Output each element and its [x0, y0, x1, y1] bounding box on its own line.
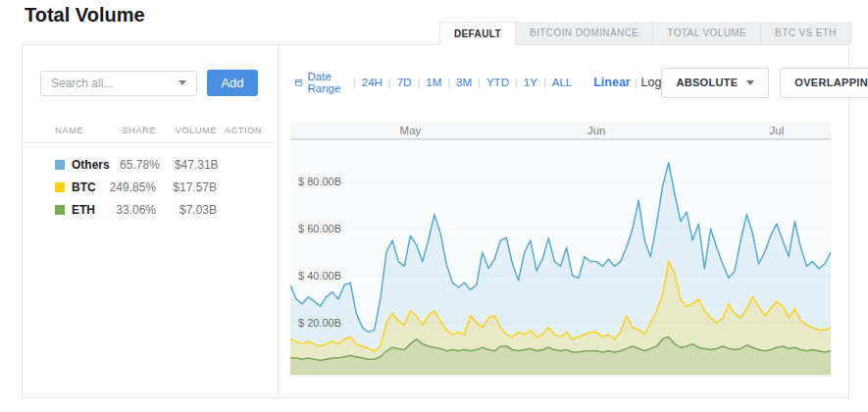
tab-bitcoin-dominance[interactable]: BITCOIN DOMINANCE — [516, 22, 653, 44]
coin-name: BTC — [72, 180, 104, 194]
tab-default[interactable]: DEFAULT — [439, 22, 516, 45]
view-tabs: DEFAULTBITCOIN DOMINANCETOTAL VOLUMEBTC … — [439, 22, 851, 44]
range-link-7d[interactable]: 7D — [395, 77, 414, 88]
search-row: Search all... Add — [40, 70, 258, 96]
svg-text:May: May — [400, 125, 422, 136]
range-link-24h[interactable]: 24H — [360, 77, 384, 88]
range-separator: | — [443, 77, 454, 88]
range-links: |24H|7D|1M|3M|YTD|1Y|ALL — [349, 77, 574, 88]
header-action: ACTION — [217, 125, 262, 135]
tab-btc-vs-eth[interactable]: BTC VS ETH — [761, 22, 851, 44]
table-row-eth: ETH33.06%$7.03B — [23, 198, 278, 221]
legend-panel: Search all... Add NAME SHARE VOLUME ACTI… — [23, 45, 279, 397]
coin-table-rows: Others65.78%$47.31BBTC249.85%$17.57BETH3… — [23, 153, 278, 221]
range-link-3m[interactable]: 3M — [454, 77, 474, 88]
header-volume: VOLUME — [156, 125, 217, 135]
volume-chart[interactable]: $ 20.00B$ 40.00B$ 60.00B$ 80.00BMayJunJu… — [290, 122, 831, 377]
scale-linear-link[interactable]: Linear — [593, 76, 631, 89]
page: Total Volume DEFAULTBITCOIN DOMINANCETOT… — [0, 0, 868, 412]
date-range-label: Date Range — [308, 71, 345, 94]
scale-log-link[interactable]: Log — [641, 76, 662, 89]
page-title: Total Volume — [25, 4, 145, 26]
header-share: SHARE — [97, 125, 156, 135]
coin-volume: $17.57B — [156, 180, 217, 194]
series-color-swatch — [55, 205, 65, 215]
coin-share: 249.85% — [104, 180, 156, 194]
svg-text:$ 60.00B: $ 60.00B — [298, 223, 341, 234]
table-header: NAME SHARE VOLUME ACTION — [23, 117, 278, 143]
mode-dropdown-label: ABSOLUTE — [676, 77, 738, 88]
range-link-ytd[interactable]: YTD — [485, 77, 511, 88]
range-separator: | — [384, 77, 395, 88]
coin-volume: $7.03B — [156, 203, 217, 217]
chevron-down-icon — [746, 80, 754, 85]
table-row-btc: BTC249.85%$17.57B — [23, 176, 278, 198]
search-placeholder: Search all... — [51, 77, 179, 90]
svg-text:Jun: Jun — [587, 125, 606, 136]
calendar-icon — [295, 77, 303, 88]
header-name: NAME — [55, 125, 97, 135]
range-separator: | — [539, 77, 550, 88]
coin-name: ETH — [72, 203, 104, 217]
svg-text:$ 40.00B: $ 40.00B — [298, 270, 341, 282]
chart-panel: Date Range |24H|7D|1M|3M|YTD|1Y|ALL Line… — [279, 45, 848, 397]
scale-separator: | — [631, 77, 641, 88]
coin-volume: $47.31B — [160, 158, 219, 172]
layout-dropdown-label: OVERLAPPING — [794, 77, 868, 88]
range-separator: | — [349, 77, 360, 88]
series-color-swatch — [55, 182, 65, 192]
table-row-others: Others65.78%$47.31B — [23, 153, 278, 176]
series-color-swatch — [55, 160, 65, 170]
add-button[interactable]: Add — [207, 70, 258, 96]
coin-share: 65.78% — [110, 158, 160, 172]
chart-controls: Date Range |24H|7D|1M|3M|YTD|1Y|ALL Line… — [295, 67, 835, 98]
range-link-1y[interactable]: 1Y — [522, 77, 539, 88]
mode-dropdown[interactable]: ABSOLUTE — [661, 68, 769, 98]
range-separator: | — [474, 77, 485, 88]
volume-card: Search all... Add NAME SHARE VOLUME ACTI… — [22, 44, 849, 398]
range-link-1m[interactable]: 1M — [424, 77, 443, 88]
range-separator: | — [413, 77, 424, 88]
layout-dropdown[interactable]: OVERLAPPING — [780, 68, 868, 98]
coin-share: 33.06% — [104, 203, 156, 217]
coin-name: Others — [72, 158, 110, 172]
svg-text:$ 80.00B: $ 80.00B — [298, 176, 341, 187]
scale-toggle: Linear | Log — [593, 76, 661, 89]
range-link-all[interactable]: ALL — [550, 77, 574, 88]
search-input[interactable]: Search all... — [40, 71, 197, 96]
range-separator: | — [511, 77, 522, 88]
chevron-down-icon — [179, 80, 186, 85]
tab-total-volume[interactable]: TOTAL VOLUME — [653, 22, 761, 44]
svg-text:$ 20.00B: $ 20.00B — [298, 317, 341, 329]
svg-text:Jul: Jul — [770, 125, 785, 136]
date-range-button[interactable]: Date Range — [295, 71, 345, 94]
